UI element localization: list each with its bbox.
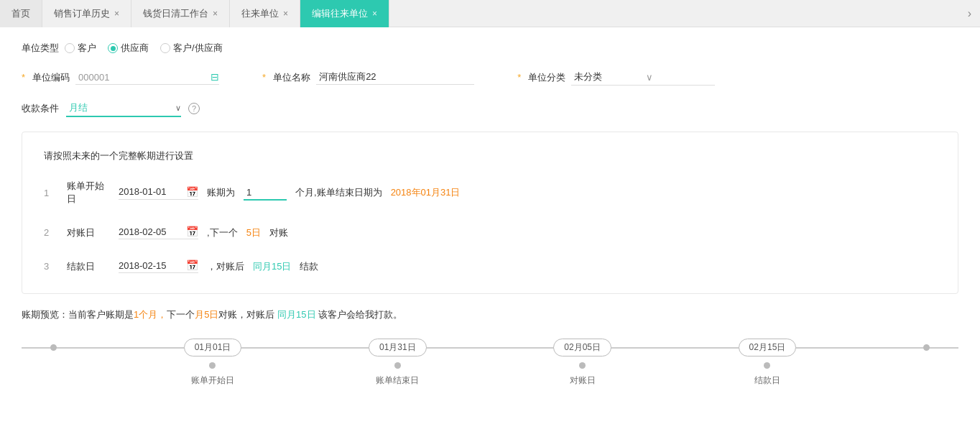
- period-num-2: 2: [44, 227, 58, 238]
- period-box-title: 请按照未来的一个完整帐期进行设置: [44, 150, 936, 162]
- unit-type-radio-group: 客户 供应商 客户/供应商: [65, 42, 223, 55]
- period-label-1: 账单开始日: [67, 180, 110, 206]
- period-row-3: 3 结款日 📅 ，对账后同月15日结款: [44, 259, 936, 273]
- timeline-left-dot: [50, 344, 57, 351]
- unit-code-input[interactable]: [75, 70, 211, 84]
- unit-code-star: *: [22, 72, 25, 83]
- months-input[interactable]: [244, 185, 287, 199]
- timeline-left-end: [50, 344, 57, 351]
- period-row-1: 1 账单开始日 📅 账期为 个月,账单结束日期为 2018年01月31日: [44, 180, 936, 206]
- payment-date-input[interactable]: [119, 260, 183, 271]
- preview-teal: 同月15日: [277, 309, 315, 320]
- calendar-icon-1[interactable]: 📅: [186, 186, 198, 198]
- timeline-point-3: 02月05日 对账日: [553, 339, 611, 387]
- preview-prefix: 账期预览：当前客户账期是: [22, 309, 134, 320]
- help-icon[interactable]: ?: [188, 103, 200, 114]
- tab-scroll-arrow[interactable]: ›: [959, 0, 980, 27]
- unit-name-star: *: [262, 72, 266, 83]
- timeline-right-end: [923, 344, 930, 351]
- unit-code-input-wrap: ⊟: [75, 70, 219, 85]
- calendar-icon-3[interactable]: 📅: [186, 259, 198, 271]
- unit-code-group: * 单位编码 ⊟: [22, 70, 219, 85]
- reconcile-date-input[interactable]: [119, 226, 183, 237]
- unit-name-group: * 单位名称: [262, 70, 474, 85]
- payment-condition-label: 收款条件: [22, 102, 59, 115]
- period-row-2: 2 对账日 📅 ,下一个5日对账: [44, 226, 936, 239]
- main-content: 单位类型 客户 供应商 客户/供应商 * 单位编码: [0, 27, 980, 437]
- tab-home[interactable]: 首页: [0, 0, 42, 27]
- timeline-badge-2: 01月31日: [369, 339, 427, 356]
- timeline-badge-3: 02月05日: [553, 339, 611, 356]
- timeline-node-3: [579, 362, 586, 369]
- timeline-right-dot: [923, 344, 930, 351]
- copy-icon[interactable]: ⊟: [211, 71, 219, 83]
- close-partner-unit-icon[interactable]: ×: [283, 9, 288, 19]
- months-input-wrap: [244, 185, 287, 201]
- tab-sales-order-history[interactable]: 销售订单历史 ×: [42, 0, 131, 27]
- period-months-prefix: 个月,账单结束日期为: [295, 186, 382, 199]
- unit-type-group: 单位类型 客户 供应商 客户/供应商: [22, 42, 223, 55]
- tab-cash-work-label: 钱货日清工作台: [143, 7, 208, 20]
- unit-name-input[interactable]: [316, 70, 474, 85]
- tab-partner-unit[interactable]: 往来单位 ×: [230, 0, 300, 27]
- unit-type-row: 单位类型 客户 供应商 客户/供应商: [22, 42, 958, 55]
- payment-condition-arrow-icon: ∨: [175, 104, 181, 113]
- timeline-point-2: 01月31日 账单结束日: [369, 339, 427, 387]
- period-box: 请按照未来的一个完整帐期进行设置 1 账单开始日 📅 账期为 个月,账单结束日期…: [22, 132, 958, 294]
- unit-category-arrow-icon: ∨: [643, 70, 715, 84]
- period-prefix-1: 账期为: [207, 186, 235, 199]
- timeline-label-4: 结款日: [754, 374, 780, 387]
- timeline-label-3: 对账日: [570, 374, 596, 387]
- tab-partner-unit-label: 往来单位: [241, 7, 279, 20]
- close-edit-partner-icon[interactable]: ×: [372, 9, 377, 19]
- unit-type-label: 单位类型: [22, 42, 59, 55]
- unit-category-label: 单位分类: [528, 71, 565, 84]
- preview-suffix1: 对账，对账后: [218, 309, 274, 320]
- payment-condition-value: 月结: [66, 100, 175, 116]
- radio-both-label: 客户/供应商: [173, 42, 223, 55]
- timeline-label-1: 账单开始日: [191, 374, 234, 387]
- period-num-3: 3: [44, 261, 58, 272]
- tab-edit-partner[interactable]: 编辑往来单位 ×: [300, 0, 389, 27]
- preview-orange2: 月5日: [195, 309, 218, 320]
- unit-category-star: *: [517, 72, 521, 83]
- timeline-point-4: 02月15日 结款日: [739, 339, 797, 387]
- unit-category-select[interactable]: 未分类 ∨: [571, 69, 715, 86]
- start-date-input[interactable]: [119, 186, 183, 197]
- period-end-date: 2018年01月31日: [391, 186, 461, 199]
- preview-middle: 下一个: [167, 309, 195, 320]
- close-cash-work-icon[interactable]: ×: [213, 9, 218, 19]
- period-label-2: 对账日: [67, 226, 110, 239]
- preview-row: 账期预览：当前客户账期是1个月，下一个月5日对账，对账后 同月15日 该客户会给…: [22, 308, 958, 321]
- timeline-node-2: [394, 362, 401, 369]
- tab-edit-partner-label: 编辑往来单位: [312, 7, 368, 20]
- calendar-icon-2[interactable]: 📅: [186, 226, 198, 237]
- radio-supplier[interactable]: 供应商: [108, 42, 149, 55]
- timeline-badge-1: 01月01日: [184, 339, 242, 356]
- timeline-container: 01月01日 账单开始日 01月31日 账单结束日 02月05日 对账日 02月…: [22, 339, 958, 387]
- radio-supplier-circle: [108, 43, 118, 53]
- tab-cash-work[interactable]: 钱货日清工作台 ×: [131, 0, 230, 27]
- unit-category-value: 未分类: [571, 69, 643, 85]
- unit-info-row: * 单位编码 ⊟ * 单位名称 * 单位分类 未分类 ∨: [22, 69, 958, 86]
- close-sales-order-history-icon[interactable]: ×: [114, 9, 119, 19]
- preview-orange1: 1个月，: [134, 309, 167, 320]
- period-num-1: 1: [44, 188, 58, 198]
- tab-bar: 首页 销售订单历史 × 钱货日清工作台 × 往来单位 × 编辑往来单位 × ›: [0, 0, 980, 27]
- date-input-1: 📅: [119, 186, 198, 200]
- radio-customer-circle: [65, 43, 75, 53]
- date-input-3: 📅: [119, 259, 198, 273]
- radio-both[interactable]: 客户/供应商: [160, 42, 223, 55]
- radio-customer-label: 客户: [78, 42, 96, 55]
- period-desc-2-suffix: 对账: [269, 226, 288, 239]
- tab-sales-order-history-label: 销售订单历史: [54, 7, 110, 20]
- unit-category-group: * 单位分类 未分类 ∨: [517, 69, 715, 86]
- unit-name-label: 单位名称: [273, 71, 310, 84]
- date-input-2: 📅: [119, 226, 198, 239]
- radio-customer[interactable]: 客户: [65, 42, 96, 55]
- period-desc-3-prefix: ，对账后: [207, 260, 244, 273]
- timeline-node-4: [764, 362, 770, 369]
- tab-home-label: 首页: [11, 7, 30, 20]
- payment-condition-select[interactable]: 月结 ∨: [66, 100, 181, 117]
- period-desc-2-prefix: ,下一个: [207, 226, 238, 239]
